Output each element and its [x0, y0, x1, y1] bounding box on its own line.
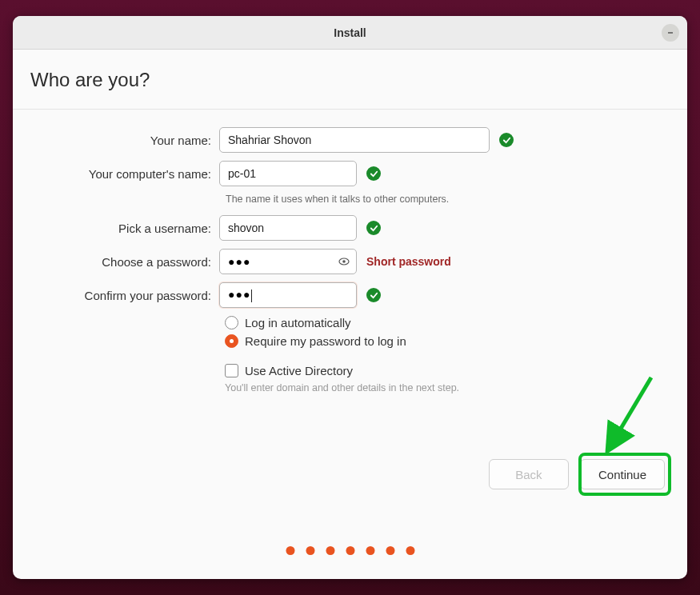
progress-dot — [366, 546, 374, 555]
hint-computer: The name it uses when it talks to other … — [226, 191, 687, 206]
radio-require-password[interactable]: Require my password to log in — [225, 334, 687, 348]
continue-button[interactable]: Continue — [580, 459, 665, 489]
minimize-button[interactable] — [662, 24, 679, 42]
password-strength-label: Short password — [366, 255, 451, 268]
progress-dot — [346, 546, 354, 555]
hint-active-directory: You'll enter domain and other details in… — [225, 382, 687, 393]
row-confirm: Confirm your password: ●●● — [13, 282, 687, 308]
confirm-password-input[interactable]: ●●● — [219, 282, 357, 308]
progress-dots — [286, 546, 414, 555]
radio-label: Require my password to log in — [245, 334, 406, 348]
svg-point-2 — [342, 260, 346, 263]
checkbox-active-directory[interactable]: Use Active Directory — [225, 364, 687, 377]
checkbox-label: Use Active Directory — [245, 364, 353, 377]
check-icon — [366, 166, 381, 181]
check-icon — [499, 133, 514, 147]
form-area: Your name: Your computer's name: The nam… — [13, 110, 687, 393]
computer-name-input[interactable] — [219, 161, 357, 186]
label-name: Your name: — [13, 134, 219, 147]
confirm-mask: ●●● — [228, 288, 351, 301]
row-name: Your name: — [13, 127, 687, 153]
label-password: Choose a password: — [13, 255, 219, 269]
row-password: Choose a password: ●●● Short password — [13, 249, 687, 274]
radio-icon — [225, 334, 238, 348]
progress-dot — [286, 546, 294, 555]
password-mask: ●●● — [228, 255, 337, 268]
minimize-icon — [666, 29, 674, 37]
radio-label: Log in automatically — [245, 316, 351, 329]
username-input[interactable] — [219, 215, 357, 241]
name-input[interactable] — [219, 127, 490, 153]
page-header: Who are you? — [13, 50, 687, 110]
password-input[interactable]: ●●● — [219, 249, 357, 274]
progress-dot — [406, 546, 414, 555]
checkbox-icon — [225, 364, 238, 377]
show-password-icon[interactable] — [337, 254, 351, 269]
install-window: Install Who are you? Your name: Your com… — [13, 16, 687, 579]
radio-icon — [225, 316, 238, 329]
label-computer: Your computer's name: — [13, 167, 219, 181]
progress-dot — [326, 546, 334, 555]
window-title: Install — [334, 26, 366, 39]
titlebar: Install — [13, 16, 687, 50]
check-icon — [366, 288, 381, 302]
check-icon — [366, 221, 381, 235]
back-button[interactable]: Back — [489, 459, 569, 489]
footer-buttons: Back Continue — [489, 459, 665, 489]
label-confirm: Confirm your password: — [13, 289, 219, 302]
label-username: Pick a username: — [13, 222, 219, 235]
progress-dot — [386, 546, 394, 555]
row-username: Pick a username: — [13, 215, 687, 241]
progress-dot — [306, 546, 314, 555]
row-computer: Your computer's name: — [13, 161, 687, 186]
page-title: Who are you? — [30, 69, 670, 91]
radio-auto-login[interactable]: Log in automatically — [225, 316, 687, 329]
